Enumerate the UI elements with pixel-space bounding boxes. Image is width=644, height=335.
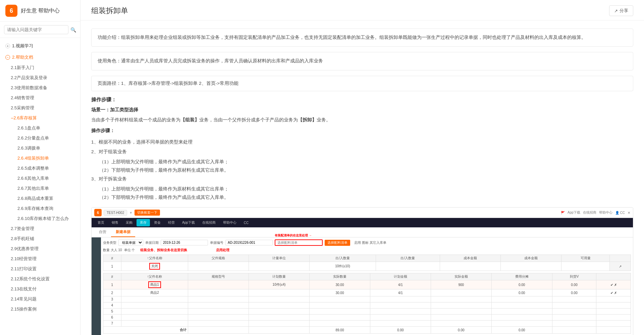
sidebar-item-2-6-9[interactable]: 2.6.9库存账本查询 xyxy=(17,204,80,214)
sidebar-item-2-6-5[interactable]: 2.6.5成本调整单 xyxy=(17,163,80,173)
sidebar-item-help-label: 2.帮助文档 xyxy=(12,54,33,60)
app-topbar-right: 🚩 App下载 在线招商 帮助中心 👤 CC ✕ xyxy=(561,210,630,215)
app-tabbar: 自营 新建单据 xyxy=(92,227,633,237)
table-row: 3 xyxy=(103,296,631,302)
cell-b-no: 1 xyxy=(103,280,121,289)
topbar-avatar: 👤 CC xyxy=(615,211,625,215)
form-date-input[interactable] xyxy=(161,240,208,245)
app-select-company-btn[interactable]: 切换账套一下 xyxy=(135,210,160,216)
sidebar-item-2-6-8[interactable]: 2.6.8商品成本重算 xyxy=(17,193,80,204)
form-type-select[interactable]: 组装单据 拆卸单据 xyxy=(118,239,143,246)
sidebar-item-2-15[interactable]: 2.15操作案例 xyxy=(11,304,80,314)
cell-b-plan-amt1: 4/1 xyxy=(370,280,431,289)
col-unit: 计量单位 xyxy=(249,255,310,262)
app-nav-manage[interactable]: 经营 xyxy=(165,219,178,226)
form-config-input[interactable] xyxy=(275,239,323,246)
nav-section-help: − 2.帮助文档 2.1新手入门 2.2产品安装及登录 2.3使用前数据准备 2… xyxy=(0,52,80,314)
intro-block: 功能介绍：组装拆卸单用来处理企业组装或拆卸等加工业务，支持有固定装配清单的产品加… xyxy=(91,29,633,47)
footer-val3: 89.00 xyxy=(309,327,370,334)
app-tab-new[interactable]: 新建单据 xyxy=(111,227,135,237)
expand-icon-help: − xyxy=(5,55,10,60)
topbar-help: 帮助中心 xyxy=(599,210,612,215)
app-nav-purchase[interactable]: 采购 xyxy=(122,219,136,226)
sidebar-item-2-13[interactable]: 2.13在线支付 xyxy=(11,284,80,294)
table-row: 6 xyxy=(103,315,631,321)
sidebar-item-2-1[interactable]: 2.1新手入门 xyxy=(11,63,80,73)
config-area: 有装配清单的在这里处理 → xyxy=(275,239,323,246)
app-nav-appdown[interactable]: App下载 xyxy=(179,219,198,226)
step-2-1: （1）上部明细为父件明细，最终作为产成品生成其它入库单； xyxy=(99,158,633,166)
col-b-actual-amt: 实际金额 xyxy=(431,273,491,280)
app-nav-helpcenter[interactable]: 帮助中心 xyxy=(220,219,240,226)
app-nav-home[interactable]: 首页 xyxy=(94,219,108,226)
step-3-2: （2）下部明细为子件明细，最终作为产成品生成其它入库单。 xyxy=(99,193,633,202)
cell-b-name1: 商品1 xyxy=(121,280,188,289)
sidebar-item-video[interactable]: + 1.视频学习 xyxy=(0,41,80,51)
sidebar-item-2-6-1[interactable]: 2.6.1盘点单 xyxy=(17,123,80,133)
col-b-plan-amt: 计划金额 xyxy=(370,273,431,280)
share-icon: ↗ xyxy=(614,8,618,13)
search-button[interactable]: 🔍 xyxy=(70,27,76,33)
app-logo-sm: 6 xyxy=(94,209,102,216)
topbar-close[interactable]: ✕ xyxy=(628,211,630,215)
sidebar-item-2-14[interactable]: 2.14常见问题 xyxy=(11,294,80,304)
sidebar-item-2-12[interactable]: 2.12系统个性化设置 xyxy=(11,274,80,284)
sidebar-item-2-5[interactable]: 2.5采购管理 xyxy=(11,103,80,113)
subrow-unit: 单位 个 xyxy=(124,248,135,253)
col-inout-qty: 出/入数量 xyxy=(310,255,376,262)
app-screenshot-inner: 6 TEST-H002 ▼ 切换账套一下 🚩 App下载 在线招商 帮助中心 👤… xyxy=(92,208,633,335)
table-row: 5 xyxy=(103,309,631,315)
cell-b-alloc2: 0.00 xyxy=(491,289,552,296)
sidebar-item-2-11[interactable]: 2.11打印设置 xyxy=(11,264,80,274)
form-type-label: 业务类型 xyxy=(103,240,116,245)
share-button[interactable]: ↗ 分享 xyxy=(609,5,633,16)
sidebar-item-2-3[interactable]: 2.3使用前数据准备 xyxy=(11,83,80,93)
share-label: 分享 xyxy=(620,8,628,14)
app-nav-sales[interactable]: 销售 xyxy=(108,219,122,226)
sidebar-item-2-2[interactable]: 2.2产品安装及登录 xyxy=(11,73,80,83)
logo-area: 6 好生意 帮助中心 xyxy=(0,0,80,22)
sidebar-item-2-9[interactable]: 2.9优惠券管理 xyxy=(11,244,80,254)
sidebar-item-2-6-7[interactable]: 2.6.7其他出库单 xyxy=(17,183,80,193)
table-row: 7 xyxy=(103,321,631,327)
col-parent-name: ↑父件名称 xyxy=(121,255,188,262)
cell-cost2 xyxy=(501,262,561,271)
app-tab-self[interactable]: 自营 xyxy=(94,227,111,237)
form-no-input[interactable] xyxy=(225,240,273,245)
topbar-recruitment: 在线招商 xyxy=(583,210,596,215)
sidebar-item-2-10[interactable]: 2.10经营管理 xyxy=(11,254,80,264)
sidebar-item-2-4[interactable]: 2.4销售管理 xyxy=(11,93,80,103)
app-left-sidebar xyxy=(92,237,101,335)
app-nav-stock[interactable]: 库存 xyxy=(137,219,150,226)
sidebar-item-2-6[interactable]: − 2.6库存核算 xyxy=(11,113,80,123)
table-row: 1 商品1 10件(≤4) 30.00 4/1 900 0.00 xyxy=(103,280,631,289)
cell-parent-name: 关闭 xyxy=(121,262,188,271)
col-b-action xyxy=(596,273,631,280)
col-b-actual-qty: 实际数量 xyxy=(309,273,370,280)
footer-label: 合计 xyxy=(103,327,188,334)
step-3: 3、对于拆装业务 xyxy=(91,175,633,183)
col-no: # xyxy=(103,255,121,262)
cell-b-arrive2: 0.00 xyxy=(552,289,596,296)
app-nav-finance[interactable]: 资金 xyxy=(151,219,164,226)
sidebar-item-2-6-label: 2.6库存核算 xyxy=(13,115,37,121)
role-block: 使用角色：通常由生产人员或库管人员完成拆装业务的操作，库管人员确认原材料的出库和… xyxy=(91,52,633,70)
sidebar-item-2-6-10[interactable]: 2.6.10库存账本错了怎么办 xyxy=(17,214,80,224)
form-process-btn[interactable]: 选择配料清单 xyxy=(325,240,350,246)
step-3-1: （1）上部明细为父件明细，最终作为原材料生成其它出库单； xyxy=(99,185,633,193)
sidebar-item-2-6-2[interactable]: 2.6.2分量盘点单 xyxy=(17,133,80,143)
app-screenshot: 6 TEST-H002 ▼ 切换账套一下 🚩 App下载 在线招商 帮助中心 👤… xyxy=(91,207,633,335)
search-input[interactable] xyxy=(4,25,68,34)
col-action xyxy=(610,255,631,262)
cell-b-action1: ✔ ✗ xyxy=(596,280,631,289)
app-nav-cc[interactable]: CC xyxy=(240,220,252,226)
app-nav-recruit[interactable]: 在线招商 xyxy=(199,219,219,226)
sidebar-item-2-6-3[interactable]: 2.6.3调拨单 xyxy=(17,143,80,153)
sidebar-item-2-6-6[interactable]: 2.6.6其他入库单 xyxy=(17,173,80,183)
sidebar-item-help[interactable]: − 2.帮助文档 xyxy=(0,52,80,63)
footer-val7 xyxy=(552,327,596,334)
sidebar-item-2-7[interactable]: 2.7资金管理 xyxy=(11,224,80,234)
scene1-title: 场景一：加工类型选择 xyxy=(91,107,633,113)
sidebar-item-2-8[interactable]: 2.8手机旺铺 xyxy=(11,234,80,244)
sidebar-item-2-6-4[interactable]: 2.6.4组装拆卸单 xyxy=(17,153,80,163)
